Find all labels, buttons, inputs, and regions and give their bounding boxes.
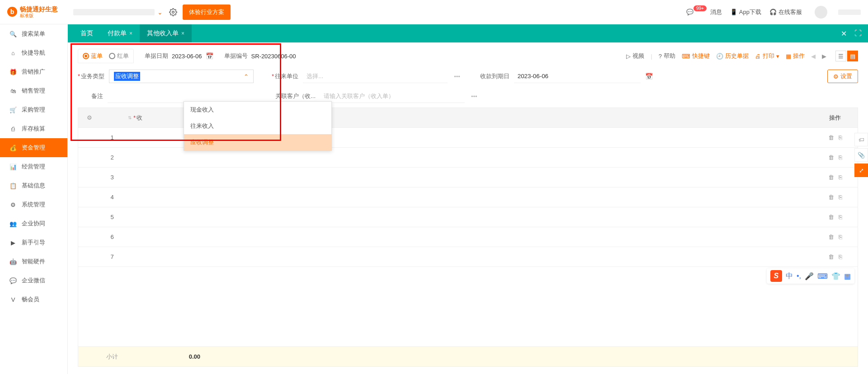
close-all-icon[interactable]: ✕ xyxy=(838,28,849,39)
company-selector[interactable]: ⌄ xyxy=(73,9,164,16)
rail-expand-icon[interactable]: ⤢ xyxy=(854,164,868,177)
ime-mic-icon[interactable]: 🎤 xyxy=(805,272,814,280)
table-row[interactable]: 4🗑⎘ xyxy=(78,187,858,207)
due-date-input[interactable] xyxy=(514,70,641,83)
sort-icon[interactable]: ⇅ xyxy=(128,115,132,120)
sidebar-item-basic-info[interactable]: 📋基础信息 xyxy=(0,176,67,195)
delete-icon[interactable]: 🗑 xyxy=(828,174,834,181)
info-icon: 📋 xyxy=(9,182,17,190)
tab-home[interactable]: 首页 xyxy=(73,24,100,42)
avatar[interactable] xyxy=(815,6,827,19)
next-icon[interactable]: ▶ xyxy=(822,53,826,60)
home-icon: ⌂ xyxy=(9,49,17,57)
rail-attach-icon[interactable]: 📎 xyxy=(854,148,868,162)
video-button[interactable]: ▷视频 xyxy=(626,52,644,60)
biz-type-field: *业务类型 应收调整 ⌃ xyxy=(78,70,254,83)
copy-icon[interactable]: ⎘ xyxy=(839,253,842,260)
cart-icon: 🛍 xyxy=(9,87,17,95)
ime-keyboard-icon[interactable]: ⌨ xyxy=(817,272,828,280)
view-list-button[interactable]: ☰ xyxy=(835,51,846,61)
username xyxy=(838,9,861,15)
row-index: 7 xyxy=(101,253,123,260)
print-button[interactable]: 🖨打印▾ xyxy=(755,52,779,60)
radio-blue[interactable]: 蓝单 xyxy=(83,52,103,60)
rail-tag-icon[interactable]: 🏷 xyxy=(854,133,868,146)
dropdown-option[interactable]: 应收调整 xyxy=(184,134,331,150)
industry-plan-button[interactable]: 体验行业方案 xyxy=(183,5,231,20)
calendar-icon[interactable]: 📅 xyxy=(206,52,213,60)
ime-skin-icon[interactable]: 👕 xyxy=(831,272,840,280)
copy-icon[interactable]: ⎘ xyxy=(839,154,842,161)
phone-icon: 📱 xyxy=(730,9,737,15)
biz-type-select[interactable]: 应收调整 ⌃ xyxy=(109,70,254,83)
table-row[interactable]: 6🗑⎘ xyxy=(78,227,858,247)
table-header-ops: 操作 xyxy=(812,114,858,122)
shortcut-button[interactable]: ⌨快捷键 xyxy=(682,52,710,60)
radio-red[interactable]: 红单 xyxy=(109,52,129,60)
table-row[interactable]: 5🗑⎘ xyxy=(78,207,858,227)
chevron-down-icon: ▾ xyxy=(776,53,779,60)
sidebar-item-quick-nav[interactable]: ⌂快捷导航 xyxy=(0,43,67,62)
logo-title: 畅捷通好生意 xyxy=(20,6,58,13)
history-button[interactable]: 🕘历史单据 xyxy=(716,52,749,60)
tab-payment[interactable]: 付款单× xyxy=(100,24,140,42)
sidebar-item-inventory[interactable]: ⎙库存核算 xyxy=(0,119,67,138)
sidebar-item-wechat[interactable]: 💬企业微信 xyxy=(0,271,67,290)
ime-grid-icon[interactable]: ▦ xyxy=(844,272,851,280)
row-index: 5 xyxy=(101,214,123,220)
operate-button[interactable]: ▦操作 xyxy=(786,52,805,60)
table-row[interactable]: 7🗑⎘ xyxy=(78,247,858,267)
ime-mode[interactable]: 中 xyxy=(786,271,793,281)
sidebar-item-funds[interactable]: 💰资金管理 xyxy=(0,138,67,157)
messages-button[interactable]: 💬 99+ 消息 xyxy=(686,8,722,16)
copy-icon[interactable]: ⎘ xyxy=(839,134,842,141)
close-icon[interactable]: × xyxy=(129,30,132,37)
sogou-logo-icon[interactable]: S xyxy=(770,270,782,282)
copy-icon[interactable]: ⎘ xyxy=(839,214,842,220)
more-icon[interactable]: ••• xyxy=(452,73,462,80)
calendar-icon[interactable]: 📅 xyxy=(645,73,653,80)
related-customer-input[interactable] xyxy=(320,89,465,103)
delete-icon[interactable]: 🗑 xyxy=(828,253,834,260)
sidebar-item-sales[interactable]: 🛍销售管理 xyxy=(0,81,67,100)
copy-icon[interactable]: ⎘ xyxy=(839,234,842,240)
more-icon[interactable]: ••• xyxy=(469,93,479,100)
tabs-bar: 首页 付款单× 其他收入单× ✕ ⛶ xyxy=(68,24,868,42)
fullscreen-icon[interactable]: ⛶ xyxy=(853,28,863,39)
delete-icon[interactable]: 🗑 xyxy=(828,234,834,240)
vip-icon: V xyxy=(9,295,17,304)
table-settings-icon[interactable]: ⚙ xyxy=(78,114,101,121)
sidebar-item-guide[interactable]: ▶新手引导 xyxy=(0,233,67,252)
copy-icon[interactable]: ⎘ xyxy=(839,174,842,181)
close-icon[interactable]: × xyxy=(181,30,184,37)
sidebar: 🔍搜索菜单 ⌂快捷导航 🎁营销推广 🛍销售管理 🛒采购管理 ⎙库存核算 💰资金管… xyxy=(0,24,68,374)
dropdown-option[interactable]: 往来收入 xyxy=(184,118,331,134)
tab-other-income[interactable]: 其他收入单× xyxy=(140,24,192,42)
online-service-button[interactable]: 🎧 在线客服 xyxy=(769,8,802,16)
sidebar-item-system[interactable]: ⚙系统管理 xyxy=(0,195,67,214)
help-button[interactable]: ?帮助 xyxy=(659,52,675,60)
table-row[interactable]: 3🗑⎘ xyxy=(78,168,858,187)
ime-punct-icon[interactable]: •, xyxy=(797,272,801,280)
delete-icon[interactable]: 🗑 xyxy=(828,214,834,220)
app-download-button[interactable]: 📱 App下载 xyxy=(730,8,761,16)
sidebar-item-purchase[interactable]: 🛒采购管理 xyxy=(0,100,67,119)
sidebar-item-collab[interactable]: 👥企业协同 xyxy=(0,214,67,233)
delete-icon[interactable]: 🗑 xyxy=(828,154,834,161)
prev-icon[interactable]: ◀ xyxy=(811,53,816,60)
dropdown-option[interactable]: 现金收入 xyxy=(184,102,331,118)
sidebar-item-member[interactable]: V畅会员 xyxy=(0,290,67,309)
delete-icon[interactable]: 🗑 xyxy=(828,134,834,141)
sidebar-item-hardware[interactable]: 🤖智能硬件 xyxy=(0,252,67,271)
headset-icon: 🎧 xyxy=(769,9,777,15)
view-card-button[interactable]: ▤ xyxy=(847,51,858,61)
copy-icon[interactable]: ⎘ xyxy=(839,194,842,201)
delete-icon[interactable]: 🗑 xyxy=(828,194,834,201)
sidebar-item-search-menu[interactable]: 🔍搜索菜单 xyxy=(0,24,67,43)
unit-input[interactable] xyxy=(303,70,448,83)
bag-icon: 🛒 xyxy=(9,106,17,114)
sidebar-item-marketing[interactable]: 🎁营销推广 xyxy=(0,62,67,81)
settings-button[interactable]: ⚙设置 xyxy=(827,70,858,83)
gear-icon[interactable] xyxy=(169,8,177,16)
sidebar-item-business[interactable]: 📊经营管理 xyxy=(0,157,67,176)
